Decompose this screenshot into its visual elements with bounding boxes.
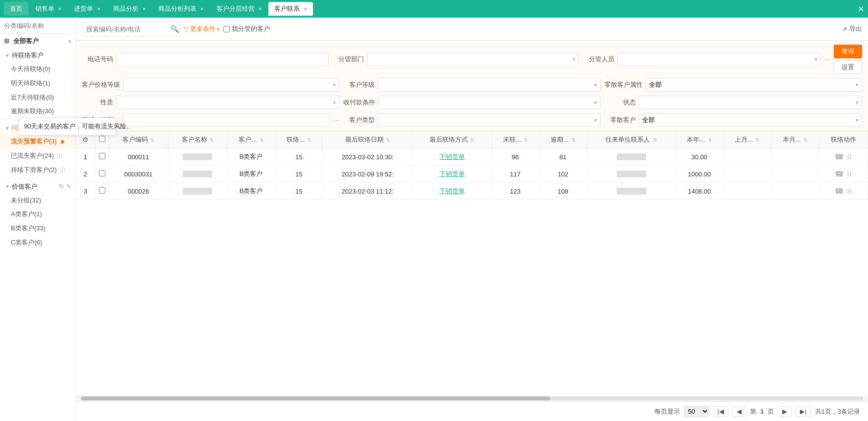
cell-related-contact <box>587 166 675 183</box>
query-button[interactable]: 查询 <box>834 45 862 58</box>
tab-purchase[interactable]: 进货单 × <box>68 2 106 16</box>
tab-sales[interactable]: 销售单 × <box>29 2 67 16</box>
contact-way-link[interactable]: 下销货单 <box>439 170 465 177</box>
cell-checkbox[interactable] <box>95 166 109 183</box>
export-icon: ↗ <box>842 25 847 33</box>
search-input[interactable] <box>86 25 169 33</box>
more-conditions-btn[interactable]: ▽ 更多条件 ▾ <box>184 25 219 33</box>
tab-product-analysis[interactable]: 商品分析 × <box>107 2 151 16</box>
blurred-name <box>183 171 212 177</box>
filter-price-grade-select[interactable]: ▾ <box>123 78 339 92</box>
tab-purchase-close[interactable]: × <box>97 6 100 12</box>
window-close-btn[interactable]: ✕ <box>858 4 864 14</box>
edit-icon[interactable]: ✎ <box>66 183 72 190</box>
filter-phone-input[interactable] <box>116 52 329 66</box>
chevron-status-icon: ▾ <box>856 99 859 106</box>
chevron-person-icon: ▾ <box>815 56 818 63</box>
per-page-label: 每页显示 <box>654 407 680 416</box>
sidebar-item-tomorrow[interactable]: 明天待联络(1) <box>0 76 75 91</box>
cell-not-contacted: 123 <box>491 183 539 200</box>
sidebar-item-overdue[interactable]: 逾期未联络(30) <box>0 104 75 119</box>
filter-action-btns: 查询 设置 <box>834 45 862 74</box>
sidebar-item-7days[interactable]: 近7天待联络(0) <box>0 91 75 105</box>
sidebar-all-customers[interactable]: ⊞ 全部客户 « <box>0 34 75 49</box>
chevron-retailcust-icon: ▾ <box>856 117 859 124</box>
sidebar-group-pending[interactable]: ▼ 待联络客户 <box>0 49 75 62</box>
next-page-btn[interactable]: ▶ <box>778 406 792 417</box>
filter-cust-grade: 客户等级 ▾ <box>343 78 601 92</box>
action-contact-icon[interactable]: ☎ <box>835 187 844 196</box>
row-checkbox-1[interactable] <box>99 170 105 176</box>
row-checkbox-0[interactable] <box>99 153 105 159</box>
blurred-contact <box>617 188 646 195</box>
filter-row-1: 电话号码 分管部门 ▾ 分管人员 ▾ ··· <box>82 45 862 74</box>
sidebar-item-churned[interactable]: 已流失客户(24) ⓘ <box>0 149 75 163</box>
total-info: 共1页，3条记录 <box>815 407 860 416</box>
action-more-icon[interactable]: ⁞⁞ <box>847 170 852 178</box>
scrollbar-thumb[interactable] <box>81 396 550 400</box>
sidebar-item-class-a[interactable]: A类客户(1) <box>0 207 75 222</box>
cell-checkbox[interactable] <box>95 183 109 200</box>
filter-status: 状态 ▾ <box>604 96 862 109</box>
cell-checkbox[interactable] <box>95 149 109 166</box>
tab-customer-layer[interactable]: 客户分层经营 × <box>211 2 267 16</box>
top-tab-bar: 首页 销售单 × 进货单 × 商品分析 × 商品分析列表 × 客户分层经营 × … <box>0 0 868 18</box>
sidebar-item-declining[interactable]: 持续下滑客户(2) ⓘ <box>0 163 75 177</box>
filter-retail-attr-select[interactable]: 全部 ▾ <box>646 78 862 92</box>
sort-lastmonth-icon: ⇅ <box>755 137 759 143</box>
filter-region-select[interactable] <box>123 113 331 127</box>
tab-product-analysis-list[interactable]: 商品分析列表 × <box>152 2 209 16</box>
sidebar-search-input[interactable] <box>4 22 76 29</box>
horizontal-scrollbar[interactable] <box>76 396 868 401</box>
filter-retail-cust-select[interactable]: 全部 ▾ <box>639 113 862 127</box>
filter-cust-type-select[interactable]: ▾ <box>378 113 601 127</box>
action-contact-icon[interactable]: ☎ <box>835 170 844 178</box>
tab-customer-layer-close[interactable]: × <box>259 6 262 12</box>
sidebar-item-today[interactable]: 今天待联络(0) <box>0 62 75 76</box>
select-all-checkbox[interactable] <box>99 136 105 142</box>
page-label: 第 <box>750 407 756 416</box>
refresh-icon[interactable]: ↻ <box>59 183 64 190</box>
search-submit-icon[interactable]: 🔍 <box>170 25 179 33</box>
action-contact-icon[interactable]: ☎ <box>835 152 844 161</box>
filter-region-more[interactable]: ··· <box>334 116 339 124</box>
prev-page-btn[interactable]: ◀ <box>732 406 746 417</box>
tab-home[interactable]: 首页 <box>4 2 28 16</box>
contact-way-link[interactable]: 下销货单 <box>439 187 465 195</box>
sidebar-group-value[interactable]: ▼ 价值客户 ↻ ✎ <box>0 180 75 194</box>
action-more-icon[interactable]: ⁞⁞ <box>847 152 852 161</box>
cell-code: 000011 <box>109 149 168 166</box>
filter-gender-select[interactable]: ▾ <box>116 96 339 109</box>
filter-gender: 性质 ▾ <box>82 96 339 109</box>
filter-retail-attr: 零散客户属性 全部 ▾ <box>604 78 862 92</box>
settings-button[interactable]: 设置 <box>834 60 862 74</box>
tab-customer-contact-close[interactable]: × <box>304 6 307 12</box>
filter-cust-type-label: 客户类型 <box>343 116 375 124</box>
tab-sales-close[interactable]: × <box>58 6 61 12</box>
sidebar-item-class-c[interactable]: C类客户(6) <box>0 236 75 250</box>
grid-icon: ⊞ <box>4 37 9 45</box>
my-customers-checkbox-label[interactable]: 我分管的客户 <box>223 25 270 33</box>
sidebar-item-ungrouped[interactable]: 未分组(32) <box>0 194 75 208</box>
last-page-btn[interactable]: ▶| <box>796 406 811 417</box>
first-page-btn[interactable]: |◀ <box>713 406 728 417</box>
tab-customer-contact[interactable]: 客户联系 × <box>268 2 313 16</box>
sidebar-item-churn-warning[interactable]: 流失预警客户(3) <box>0 135 75 149</box>
filter-person-more[interactable]: ··· <box>824 55 830 63</box>
action-more-icon[interactable]: ⁞⁞ <box>847 187 852 196</box>
filter-person-select[interactable]: ▾ <box>617 52 821 66</box>
row-checkbox-2[interactable] <box>99 187 105 194</box>
tab-product-analysis-list-close[interactable]: × <box>200 6 203 12</box>
sidebar-item-class-b[interactable]: B类客户(33) <box>0 222 75 236</box>
export-btn[interactable]: ↗ 导出 <box>842 25 862 33</box>
contact-way-link[interactable]: 下销货单 <box>439 153 465 160</box>
cell-code: 00030031 <box>109 166 168 183</box>
per-page-select[interactable]: 50 20 100 <box>684 406 709 417</box>
my-customers-checkbox[interactable] <box>223 26 230 32</box>
filter-cust-grade-select[interactable]: ▾ <box>378 78 601 92</box>
filter-status-select[interactable]: ▾ <box>639 96 862 109</box>
settings-gear-icon[interactable]: ⚙ <box>82 136 89 144</box>
filter-payment-select[interactable]: ▾ <box>378 96 601 109</box>
tab-product-analysis-close[interactable]: × <box>143 6 145 12</box>
filter-dept-select[interactable]: ▾ <box>367 52 579 66</box>
